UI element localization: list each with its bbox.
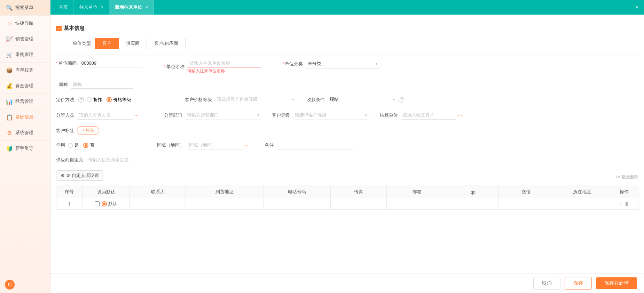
add-row-icon[interactable]: +	[619, 201, 622, 206]
tabs-bar: 首页 往来单位 × 新增往来单位 × ×	[50, 0, 644, 15]
th-wechat: 微信	[498, 186, 554, 198]
main-area: 首页 往来单位 × 新增往来单位 × × ▪ 基本信息 单位类型 客户 供应商 …	[50, 0, 644, 293]
table-section: ⚙ ⚙ 自定义项设置 🗂 批量删除 序号 设为默认 联系人 到货地址 电话号	[56, 170, 638, 210]
save-new-button[interactable]: 保存并新增	[596, 277, 637, 289]
unit-category-dropdown[interactable]: 未分类 ▾	[306, 59, 380, 68]
unit-code-input[interactable]	[79, 59, 142, 67]
batch-delete-icon: 🗂	[616, 174, 620, 179]
customer-price-level-placeholder: 请选择客户价格等级	[217, 96, 292, 103]
delete-row-icon[interactable]: 🗑	[625, 201, 629, 206]
tab-new-counterparty[interactable]: 新增往来单位 ×	[109, 0, 154, 15]
cell-qq[interactable]	[448, 198, 498, 210]
save-button[interactable]: 保存	[565, 277, 592, 290]
unit-name-label: 单位名称	[166, 64, 184, 70]
radio-disable-no[interactable]: 否	[83, 142, 94, 148]
cell-fax[interactable]	[331, 198, 386, 210]
sidebar-item-quick-nav[interactable]: ⌂ 快捷导航	[0, 16, 50, 31]
row-actions: + 🗑	[614, 201, 635, 206]
user-avatar[interactable]: 用	[5, 280, 15, 290]
batch-delete-button[interactable]: 🗂 批量删除	[616, 174, 638, 180]
sidebar-item-guide[interactable]: 🔰 新手引导	[0, 141, 50, 156]
cell-wechat[interactable]	[498, 198, 554, 210]
radio-default[interactable]: 默认	[102, 201, 117, 207]
custom-settings-button[interactable]: ⚙ ⚙ 自定义项设置	[56, 170, 103, 181]
field-remarks: 备注	[265, 141, 362, 149]
tab-counterparty-close[interactable]: ×	[101, 5, 103, 10]
close-all-tabs[interactable]: ×	[633, 4, 641, 10]
radio-price-level-circle	[107, 97, 112, 102]
customer-tag-label: 客户标签	[56, 128, 74, 134]
sidebar-item-basic-info[interactable]: 📋 基础信息	[0, 109, 50, 125]
unit-type-btn-supplier[interactable]: 供应商	[119, 38, 147, 49]
unit-type-btn-both[interactable]: 客户/供应商	[147, 38, 186, 49]
remarks-input[interactable]	[277, 141, 353, 149]
email-input[interactable]	[401, 201, 433, 206]
sidebar-item-finance[interactable]: 💰 资金管理	[0, 78, 50, 94]
customer-price-level-dropdown[interactable]: 请选择客户价格等级 ▾	[215, 95, 296, 104]
table-header-row: 序号 设为默认 联系人 到货地址 电话号码 传真 邮箱 qq 微信 所在地区 操…	[56, 186, 638, 198]
home-icon: ⌂	[6, 20, 13, 26]
settlement-more-btn[interactable]: ···	[456, 112, 464, 119]
cancel-button[interactable]: 取消	[533, 277, 560, 290]
field-customer-level: 客户等级 请选择客户等级 ▾	[272, 111, 369, 120]
sidebar-item-search[interactable]: 🔍 搜索菜单	[0, 0, 50, 16]
sidebar-item-purchase[interactable]: 🛒 采购管理	[0, 47, 50, 63]
abbreviation-label: 简称	[56, 81, 68, 88]
payment-terms-dropdown[interactable]: 现结 ▾	[328, 95, 397, 104]
radio-price-level[interactable]: 价格等级	[107, 97, 131, 103]
fax-input[interactable]	[345, 201, 372, 206]
radio-yes-label: 是	[74, 142, 79, 148]
cell-phone[interactable]	[264, 198, 330, 210]
pricing-help-icon[interactable]: ?	[78, 97, 84, 103]
cell-contact[interactable]	[130, 198, 186, 210]
unit-name-error: 请输入往来单位名称	[187, 68, 261, 74]
sidebar-item-sales[interactable]: 📈 销售管理	[0, 31, 50, 47]
radio-discount-label: 折扣	[93, 97, 102, 103]
sidebar-item-system[interactable]: ⚙ 系统管理	[0, 125, 50, 141]
address-input[interactable]	[204, 201, 245, 206]
form-row-4: 分管人员 ··· 分管部门 请输入分管部门 ▾ 客户等级 请选择客户等级 ▾	[56, 111, 638, 120]
th-qq: qq	[448, 186, 498, 198]
unit-name-input[interactable]	[187, 59, 261, 67]
th-contact: 联系人	[130, 186, 186, 198]
row-checkbox[interactable]	[95, 201, 100, 206]
dept-dropdown[interactable]: 请输入分管部门 ▾	[185, 111, 261, 120]
wechat-input[interactable]	[512, 201, 540, 206]
th-phone: 电话号码	[264, 186, 330, 198]
cell-email[interactable]	[386, 198, 448, 210]
manager-input[interactable]	[77, 111, 133, 120]
tab-home[interactable]: 首页	[53, 0, 74, 15]
cell-address[interactable]	[186, 198, 264, 210]
field-region: 区域（地区） ···	[157, 141, 254, 149]
sidebar-label-guide: 新手引导	[15, 145, 33, 152]
settlement-unit-input[interactable]	[401, 111, 456, 120]
supplier-custom-input[interactable]	[86, 156, 156, 164]
content-area: ▪ 基本信息 单位类型 客户 供应商 客户/供应商 * 单位编码 *	[50, 15, 644, 273]
add-tag-button[interactable]: + 标签	[77, 126, 99, 135]
cell-region[interactable]	[554, 198, 610, 210]
radio-no-dot	[85, 144, 87, 147]
region-input[interactable]	[187, 141, 243, 149]
unit-type-btn-customer[interactable]: 客户	[95, 38, 119, 49]
customer-level-dropdown[interactable]: 请选择客户等级 ▾	[293, 111, 369, 120]
radio-disable-yes[interactable]: 是	[68, 142, 79, 148]
gear-icon: ⚙	[61, 173, 65, 178]
th-seq: 序号	[56, 186, 83, 198]
tab-counterparty[interactable]: 往来单位 ×	[74, 0, 109, 15]
contact-input[interactable]	[144, 201, 172, 206]
form-row-1: * 单位编码 * 单位名称 请输入往来单位名称 * 单位分类 未分	[56, 59, 638, 74]
region-more-btn[interactable]: ···	[243, 142, 250, 148]
table-region-input[interactable]	[568, 201, 596, 206]
phone-input[interactable]	[280, 201, 314, 206]
qq-input[interactable]	[461, 201, 485, 206]
supplier-custom-label: 供应商自定义	[56, 157, 83, 163]
manager-more-btn[interactable]: ···	[133, 112, 140, 119]
sidebar-item-operations[interactable]: 📊 经营管理	[0, 94, 50, 109]
payment-help-icon[interactable]: ?	[399, 97, 404, 103]
sidebar-item-inventory[interactable]: 📦 库存核算	[0, 63, 50, 78]
tab-new-counterparty-close[interactable]: ×	[146, 5, 148, 10]
dept-placeholder: 请输入分管部门	[187, 112, 257, 118]
radio-price-level-label: 价格等级	[113, 97, 131, 103]
radio-discount[interactable]: 折扣	[87, 97, 102, 103]
abbreviation-input[interactable]	[71, 80, 133, 89]
